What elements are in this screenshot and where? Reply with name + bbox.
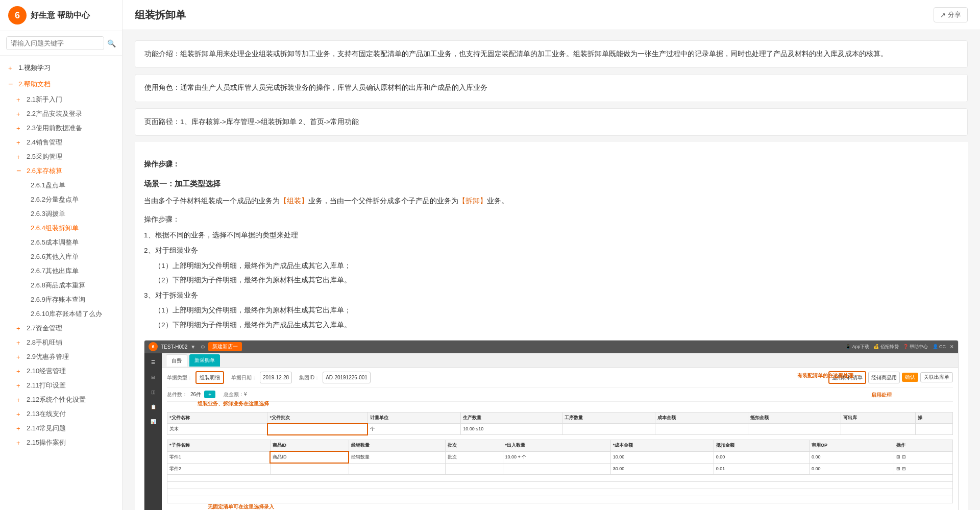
expand-icon: + [16, 110, 23, 118]
sidebar-item-video[interactable]: + 1.视频学习 [0, 60, 122, 76]
sidebar-item-2_6_2[interactable]: 2.6.2分量盘点单 [29, 192, 122, 207]
mock-groupid-label: 集团ID： [299, 373, 320, 382]
table-cell: 关木 [167, 424, 267, 435]
table-cell: 10.00 ≤10 [461, 424, 562, 435]
screenshot-container: 6 TEST-H002 ▼ ⚙ 新建新店一 📱 App下载 💰 佰招锋贷 ❓ 帮… [144, 340, 959, 510]
mock-table-header: *子件名称 [167, 440, 271, 451]
mock-confirm-btn[interactable]: 确认 [902, 373, 918, 382]
mock-table-header: *出入数量 [503, 440, 610, 451]
expand-icon: + [8, 64, 15, 72]
collapse-icon: − [16, 167, 23, 175]
expand-icon: + [16, 396, 23, 404]
sidebar-item-label: 2.11打印设置 [27, 381, 66, 390]
mock-close[interactable]: ✕ [950, 343, 954, 351]
sidebar-item-2_4[interactable]: + 2.4销售管理 [14, 135, 122, 150]
sidebar-item-docs[interactable]: − 2.帮助文档 [0, 76, 122, 92]
annotation-3-text: 启用处理 [871, 390, 892, 400]
annotation-4-text: 无固定清单可在这里选择录入 [208, 502, 274, 510]
mock-doctype-value[interactable]: 组装明细 [195, 371, 224, 384]
mock-link-btn[interactable]: 关联出库单 [920, 372, 953, 382]
annotation-1-arrow: → [855, 370, 861, 381]
step-2-2: （2）下部明细为子件明细，最终作为原材料生成其它出库单。 [154, 274, 959, 287]
sidebar-item-2_6_1[interactable]: 2.6.1盘点单 [29, 178, 122, 192]
mock-finance: 💰 佰招锋贷 [873, 343, 899, 351]
sidebar-item-2_14[interactable]: + 2.14常见问题 [14, 421, 122, 435]
sidebar-item-2_6_3[interactable]: 2.6.3调拨单 [29, 207, 122, 221]
table-cell [503, 463, 610, 474]
table-cell: 0.00 [809, 463, 894, 474]
role-intro-text: 使用角色：通常由生产人员或库管人员完成拆装业务的操作，库管人员确认原材料的出库和… [144, 84, 487, 91]
mock-help: ❓ 帮助中心 [903, 343, 928, 351]
step-2-1: （1）上部明细为父件明细，最终作为产成品生成其它入库单； [154, 259, 959, 273]
content-area: 功能介绍：组装拆卸单用来处理企业组装或拆卸等加工业务，支持有固定装配清单的产品加… [122, 30, 980, 510]
sidebar-item-2_2[interactable]: + 2.2产品安装及登录 [14, 107, 122, 121]
sidebar-item-label: 2.6.10库存账本错了么办 [31, 309, 102, 319]
sidebar-item-label: 2.6.9库存账本查询 [31, 295, 85, 304]
mock-screen: 6 TEST-H002 ▼ ⚙ 新建新店一 📱 App下载 💰 佰招锋贷 ❓ 帮… [144, 341, 958, 510]
sidebar-item-2_15[interactable]: + 2.15操作案例 [14, 435, 122, 450]
sidebar-item-2_11[interactable]: + 2.11打印设置 [14, 378, 122, 393]
sidebar-item-2_6_4[interactable]: 2.6.4组装拆卸单 [29, 221, 122, 235]
mock-amount-label: 总金额：¥ [224, 390, 247, 399]
sidebar-item-2_6_7[interactable]: 2.6.7其他出库单 [29, 264, 122, 278]
sidebar-item-2_1[interactable]: + 2.1新手入门 [14, 92, 122, 107]
table-row: 零件1 商品ID 经销数量 批次 10.00 + 个 10.00 0.00 [167, 451, 953, 463]
mock-table-header: 工序数量 [562, 412, 655, 424]
func-intro-block: 功能介绍：组装拆卸单用来处理企业组装或拆卸等加工业务，支持有固定装配清单的产品加… [135, 40, 968, 68]
search-input[interactable] [6, 36, 104, 50]
sidebar-item-2_5[interactable]: + 2.5采购管理 [14, 150, 122, 164]
mock-tab-self[interactable]: 自费 [166, 354, 187, 367]
table-row: 关木 个 10.00 ≤10 [167, 424, 953, 435]
sidebar-item-2_6_6[interactable]: 2.6.6其他入库单 [29, 250, 122, 264]
sidebar-item-2_9[interactable]: + 2.9优惠券管理 [14, 350, 122, 364]
mock-nav-icon-5[interactable]: 📊 [151, 416, 156, 428]
table-cell: 零件2 [167, 463, 271, 474]
sidebar-item-2_6_9[interactable]: 2.6.9库存账本查询 [29, 293, 122, 307]
annotation-2-text: 组装业务、拆卸业务在这里选择 [198, 399, 269, 408]
sidebar-item-2_6_8[interactable]: 2.6.8商品成本重算 [29, 278, 122, 293]
mock-groupid-value: AD-20191226-001 [323, 372, 371, 383]
mock-nav-icon-1[interactable]: ☰ [151, 356, 155, 369]
sidebar-item-2_12[interactable]: + 2.12系统个性化设置 [14, 393, 122, 407]
app-name: 好生意 帮助中心 [31, 10, 90, 21]
mock-nav-icon-4[interactable]: 📋 [151, 401, 156, 414]
expand-icon: + [16, 339, 23, 347]
mock-right-field[interactable]: 经销商品用 [868, 372, 900, 383]
sidebar-item-2_6[interactable]: − 2.6库存核算 [14, 164, 122, 178]
annotation-1-text: 有装配清单的在这里处理 [797, 371, 853, 380]
mock-nav-icon-2[interactable]: ⊞ [151, 371, 155, 384]
table-cell [267, 424, 368, 435]
table-cell: 商品ID [270, 451, 349, 463]
mock-tab-purchase[interactable]: 新采购单 [189, 354, 220, 367]
page-title: 组装拆卸单 [135, 8, 186, 22]
sidebar-item-label: 2.帮助文档 [18, 80, 51, 89]
sidebar-item-2_6_10[interactable]: 2.6.10库存账本错了么办 [29, 307, 122, 321]
mock-doctype-label: 单据类型： [167, 373, 192, 382]
search-box: 🔍 [0, 31, 122, 56]
search-icon[interactable]: 🔍 [107, 39, 116, 47]
share-button[interactable]: ↗ 分享 [934, 7, 968, 22]
sidebar-item-2_7[interactable]: + 2.7资金管理 [14, 321, 122, 335]
sidebar-item-2_3[interactable]: + 2.3使用前数据准备 [14, 121, 122, 135]
sidebar-item-label: 2.2产品安装及登录 [27, 109, 82, 118]
sidebar-item-label: 2.3使用前数据准备 [27, 124, 82, 133]
sidebar-item-2_13[interactable]: + 2.13在线支付 [14, 407, 122, 421]
mock-table-header: 可出库 [841, 412, 916, 424]
sidebar-item-2_8[interactable]: + 2.8手机旺铺 [14, 335, 122, 350]
mock-lower-table: *子件名称 商品ID 经销数量 批次 *出入数量 *成本金额 抵扣金额 [167, 440, 953, 503]
mock-table-header: 操作 [894, 440, 953, 451]
mock-add-btn[interactable]: 新建新店一 [208, 342, 242, 351]
sidebar-item-label: 2.12系统个性化设置 [27, 395, 86, 404]
mock-nav-icon-3[interactable]: ◫ [151, 386, 156, 399]
table-row: 零件2 30.00 0.01 0.00 [167, 463, 953, 474]
sidebar-item-2_10[interactable]: + 2.10经营管理 [14, 364, 122, 378]
sidebar-item-2_6_5[interactable]: 2.6.5成本调整单 [29, 235, 122, 250]
sidebar-item-label: 2.6.1盘点单 [31, 181, 65, 190]
table-cell: ⊞ ⊟ [894, 463, 953, 474]
step-3-1: （1）上部明细为父件明细，最终作为原材料生成其它出库单； [154, 304, 959, 317]
mock-add-row-btn[interactable]: + [204, 391, 215, 398]
role-intro-block: 使用角色：通常由生产人员或库管人员完成拆装业务的操作，库管人员确认原材料的出库和… [135, 74, 968, 102]
table-cell [270, 463, 349, 474]
sidebar-item-label: 2.6.5成本调整单 [31, 238, 79, 247]
sidebar-item-label: 2.10经营管理 [27, 367, 66, 376]
